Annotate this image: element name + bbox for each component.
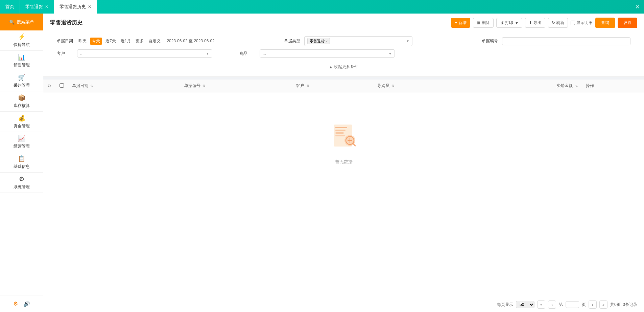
- th-checkbox: [55, 80, 68, 92]
- type-filter-label: 单据类型: [284, 38, 304, 44]
- main-layout: 🔍 搜索菜单 ⚡ 快捷导航 📊 销售管理 🛒 采购管理 📦 库存核算 💰 资金管…: [0, 14, 644, 312]
- amount-sort-icon: ⇅: [575, 84, 578, 88]
- inventory-icon: 📦: [18, 94, 25, 102]
- date-opt-yesterday[interactable]: 昨天: [77, 38, 88, 45]
- number-sort-icon: ⇅: [202, 84, 205, 88]
- date-range-display: 2023-06-02 至 2023-06-02: [167, 38, 214, 44]
- quick-nav-icon: ⚡: [18, 33, 25, 41]
- th-amount[interactable]: 实销金额 ⇅: [470, 80, 582, 92]
- filter-row-customer: 客户 ... ▼ 商品 ... ▼: [57, 49, 630, 58]
- type-filter-select[interactable]: 零售退货 × ▼: [304, 36, 412, 46]
- search-icon: 🔍: [9, 20, 15, 25]
- show-detail-checkbox-label: 显示明细: [571, 20, 593, 26]
- sidebar-search[interactable]: 🔍 搜索菜单: [0, 14, 43, 30]
- sidebar-item-quick-nav[interactable]: ⚡ 快捷导航: [0, 30, 43, 51]
- customer-sort-icon: ⇅: [307, 84, 309, 88]
- goods-filter-select[interactable]: ... ▼: [260, 49, 395, 58]
- pagination: 每页显示 10 20 50 100 « ‹ 第 1 页 › » 共0页, 0条记…: [43, 297, 644, 312]
- page-label: 第: [559, 302, 563, 308]
- tab-retail-return-close[interactable]: ✕: [45, 4, 48, 9]
- customer-filter-select[interactable]: ... ▼: [77, 49, 212, 58]
- purchase-icon: 🛒: [18, 74, 25, 81]
- th-guide[interactable]: 导购员 ⇅: [373, 80, 470, 92]
- date-opt-today[interactable]: 今天: [90, 38, 102, 45]
- goods-filter-label: 商品: [239, 51, 260, 57]
- tab-list: 首页 零售退货 ✕ 零售退货历史 ✕: [0, 0, 630, 14]
- settings-bottom-icon[interactable]: ⚙: [13, 300, 18, 307]
- sidebar-item-basic-info[interactable]: 📋 基础信息: [0, 152, 43, 173]
- table-container: ⚙ 单据日期 ⇅ 单据编号 ⇅: [43, 80, 644, 297]
- print-dropdown-icon: ▼: [515, 21, 519, 25]
- collapse-button[interactable]: ▲ 收起更多条件: [50, 61, 637, 72]
- date-opt-7days[interactable]: 近7天: [104, 38, 117, 45]
- tab-retail-return[interactable]: 零售退货 ✕: [20, 0, 54, 14]
- sidebar-item-finance[interactable]: 💰 资金管理: [0, 112, 43, 132]
- query-button[interactable]: 查询: [595, 18, 615, 28]
- type-tag: 零售退货 ×: [307, 38, 330, 44]
- page-title-row: 零售退货历史 + 新增 🗑 删除 🖨 打印 ▼ ⬆ 导出 ↻ 刷新 显示明细 查…: [50, 18, 637, 28]
- sidebar: 🔍 搜索菜单 ⚡ 快捷导航 📊 销售管理 🛒 采购管理 📦 库存核算 💰 资金管…: [0, 14, 43, 312]
- page-header: 零售退货历史 + 新增 🗑 删除 🖨 打印 ▼ ⬆ 导出 ↻ 刷新 显示明细 查…: [43, 14, 644, 77]
- sidebar-bottom: ⚙ 🔊: [0, 295, 43, 312]
- goods-dropdown-icon: ▼: [388, 52, 392, 55]
- type-dropdown-icon: ▼: [406, 39, 409, 43]
- date-opt-more[interactable]: 更多: [134, 38, 145, 45]
- page-input[interactable]: 1: [566, 301, 579, 308]
- svg-rect-1: [335, 127, 347, 128]
- settings-button[interactable]: 设置: [618, 18, 637, 28]
- date-sort-icon: ⇅: [90, 84, 93, 88]
- per-page-label: 每页显示: [497, 302, 513, 308]
- total-label: 共0页, 0条记录: [610, 302, 637, 308]
- per-page-select[interactable]: 10 20 50 100: [516, 301, 534, 308]
- finance-icon: 💰: [18, 114, 25, 122]
- sidebar-item-inventory[interactable]: 📦 库存核算: [0, 91, 43, 112]
- window-close-button[interactable]: ✕: [630, 0, 644, 14]
- page-suffix: 页: [582, 302, 586, 308]
- last-page-button[interactable]: »: [599, 300, 607, 309]
- number-filter-input[interactable]: [502, 37, 630, 45]
- volume-icon[interactable]: 🔊: [23, 300, 30, 307]
- tab-retail-return-history-close[interactable]: ✕: [88, 4, 91, 9]
- operations-icon: 📈: [18, 135, 25, 142]
- th-action: 操作: [582, 80, 644, 92]
- th-date[interactable]: 单据日期 ⇅: [68, 80, 180, 92]
- th-customer[interactable]: 客户 ⇅: [292, 80, 373, 92]
- print-button[interactable]: 🖨 打印 ▼: [496, 18, 522, 28]
- select-all-checkbox[interactable]: [59, 83, 64, 88]
- th-number[interactable]: 单据编号 ⇅: [180, 80, 292, 92]
- prev-page-button[interactable]: ‹: [548, 300, 556, 309]
- tab-retail-return-history[interactable]: 零售退货历史 ✕: [54, 0, 97, 14]
- th-settings: ⚙: [43, 80, 55, 92]
- next-page-button[interactable]: ›: [589, 300, 597, 309]
- system-icon: ⚙: [19, 175, 24, 183]
- type-tag-remove[interactable]: ×: [326, 39, 328, 43]
- new-button[interactable]: + 新增: [451, 18, 470, 28]
- filter-area: 单据日期 昨天 今天 近7天 近1月 更多 自定义 2023-06-02 至 2…: [50, 32, 637, 76]
- table-settings-icon[interactable]: ⚙: [47, 84, 51, 88]
- date-opt-1month[interactable]: 近1月: [119, 38, 133, 45]
- filter-row-date: 单据日期 昨天 今天 近7天 近1月 更多 自定义 2023-06-02 至 2…: [57, 36, 630, 46]
- sidebar-item-system[interactable]: ⚙ 系统管理: [0, 173, 43, 193]
- first-page-button[interactable]: «: [537, 300, 545, 309]
- table-body: 暂无数据: [43, 92, 644, 192]
- sidebar-item-sales[interactable]: 📊 销售管理: [0, 51, 43, 71]
- empty-state: 暂无数据: [43, 92, 644, 192]
- table-header-row: ⚙ 单据日期 ⇅ 单据编号 ⇅: [43, 80, 644, 92]
- guide-sort-icon: ⇅: [391, 84, 394, 88]
- date-filter-label: 单据日期: [57, 38, 77, 44]
- sidebar-item-operations[interactable]: 📈 经营管理: [0, 132, 43, 152]
- date-opt-custom[interactable]: 自定义: [147, 38, 162, 45]
- data-table: ⚙ 单据日期 ⇅ 单据编号 ⇅: [43, 80, 644, 192]
- export-button[interactable]: ⬆ 导出: [525, 18, 545, 28]
- show-detail-checkbox[interactable]: [571, 21, 575, 25]
- refresh-button[interactable]: ↻ 刷新: [548, 18, 568, 28]
- empty-row: 暂无数据: [43, 92, 644, 192]
- content-area: 零售退货历史 + 新增 🗑 删除 🖨 打印 ▼ ⬆ 导出 ↻ 刷新 显示明细 查…: [43, 14, 644, 312]
- empty-illustration: [327, 119, 361, 153]
- collapse-arrow-icon: ▲: [329, 65, 333, 69]
- svg-rect-3: [335, 132, 344, 134]
- sidebar-item-purchase[interactable]: 🛒 采购管理: [0, 71, 43, 91]
- page-title: 零售退货历史: [50, 19, 82, 26]
- delete-button[interactable]: 🗑 删除: [473, 18, 494, 28]
- tab-home[interactable]: 首页: [0, 0, 20, 14]
